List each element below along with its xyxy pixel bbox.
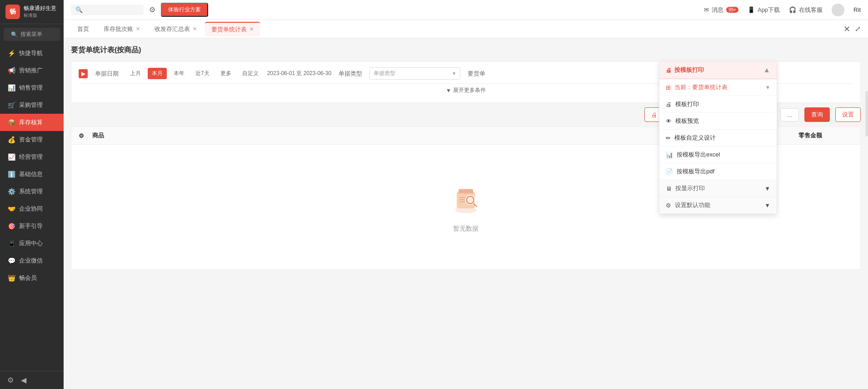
topbar-search-icon: 🔍 — [75, 6, 83, 13]
print-current-caret: ▼ — [765, 85, 770, 90]
app-download-label: App下载 — [758, 6, 780, 14]
sidebar-item-finance[interactable]: 💰 资金管理 — [0, 131, 64, 148]
sidebar-item-label: 快捷导航 — [19, 49, 43, 57]
date-btn-more[interactable]: 更多 — [216, 68, 235, 79]
date-btn-7days[interactable]: 近7天 — [191, 68, 214, 79]
topbar-search-input[interactable] — [83, 7, 137, 13]
notification-group[interactable]: ✉ 消息 99+ — [704, 6, 738, 14]
print-current-icon: ⊞ — [666, 84, 671, 91]
content-area: 要货单统计表(按商品) ▶ 单据日期 上月 本月 本年 近7天 更多 自定义 2… — [64, 38, 868, 389]
filter-toggle[interactable]: ▶ — [79, 69, 88, 78]
notification-icon: ✉ — [704, 6, 709, 13]
tab-batch[interactable]: 库存批次账 ✕ — [97, 22, 146, 36]
template-design-label: 模板自定义设计 — [674, 134, 716, 142]
settings-footer-icon[interactable]: ⚙ — [7, 376, 14, 384]
date-btn-custom[interactable]: 自定义 — [238, 68, 263, 79]
order-type-select[interactable]: 单据类型 ▼ — [369, 67, 460, 80]
topbar-search-box[interactable]: 🔍 — [71, 5, 144, 15]
app-download-group[interactable]: 📱 App下载 — [748, 6, 780, 14]
inventory-icon: 📦 — [7, 118, 15, 126]
print-dropdown-header: 🖨 按模板打印 ▲ — [659, 61, 777, 79]
sidebar-item-apps[interactable]: 📱 应用中心 — [0, 235, 64, 252]
date-options: 上月 本月 本年 近7天 更多 自定义 2023-06-01 至 2023-06… — [126, 68, 331, 79]
tabbar: 首页 库存批次账 ✕ 收发存汇总表 ✕ 要货单统计表 ✕ ✕ ⤢ — [64, 20, 868, 38]
print-menu-display-print[interactable]: 🖥 按显示打印 ▼ — [659, 180, 777, 197]
tab-home[interactable]: 首页 — [71, 22, 95, 36]
online-service-group[interactable]: 🎧 在线客服 — [789, 6, 823, 14]
expand-more-label: 展开更多条件 — [453, 86, 486, 94]
sidebar-search[interactable]: 🔍 搜索菜单 — [4, 28, 60, 41]
trial-button[interactable]: 体验行业方案 — [161, 3, 208, 17]
avatar[interactable] — [832, 4, 844, 16]
tab-receipts[interactable]: 收发存汇总表 ✕ — [148, 22, 203, 36]
logo-icon: 畅 — [5, 5, 20, 19]
more-btn-label: ... — [787, 111, 792, 118]
tab-receipts-close[interactable]: ✕ — [193, 26, 197, 32]
date-btn-this-month[interactable]: 本月 — [148, 68, 167, 79]
sidebar-item-quick-nav[interactable]: ⚡ 快捷导航 — [0, 45, 64, 62]
sidebar-nav: ⚡ 快捷导航 📢 营销推广 📊 销售管理 🛒 采购管理 📦 库存核算 💰 资金管… — [0, 45, 64, 371]
sidebar-item-label: 营销推广 — [19, 66, 43, 75]
export-excel-label: 按模板导出excel — [677, 151, 720, 159]
sidebar-item-inventory[interactable]: 📦 库存核算 — [0, 114, 64, 131]
svg-rect-8 — [459, 202, 465, 202]
export-excel-icon: 📊 — [666, 152, 673, 158]
sidebar-item-basics[interactable]: ℹ️ 基础信息 — [0, 166, 64, 183]
template-print-icon: 🖨 — [666, 101, 672, 108]
date-btn-last-month[interactable]: 上月 — [126, 68, 145, 79]
date-filter-label: 单据日期 — [95, 70, 119, 78]
sidebar-item-wechat[interactable]: 💬 企业微信 — [0, 252, 64, 269]
sales-icon: 📊 — [7, 84, 15, 92]
apps-icon: 📱 — [7, 239, 15, 248]
notification-badge: 99+ — [726, 7, 738, 13]
marketing-icon: 📢 — [7, 66, 15, 75]
tab-order-stats[interactable]: 要货单统计表 ✕ — [205, 22, 260, 36]
sidebar-item-purchase[interactable]: 🛒 采购管理 — [0, 96, 64, 114]
sidebar-item-marketing[interactable]: 📢 营销推广 — [0, 62, 64, 79]
sidebar-item-label: 新手引导 — [19, 222, 43, 230]
sidebar-item-sales[interactable]: 📊 销售管理 — [0, 79, 64, 96]
more-button[interactable]: ... — [780, 108, 799, 121]
print-dropdown-title: 按模板打印 — [674, 66, 704, 74]
query-button[interactable]: 查询 — [804, 107, 830, 122]
print-menu-set-default[interactable]: ⚙ 设置默认功能 ▼ — [659, 197, 777, 214]
settings-button[interactable]: 设置 — [835, 107, 861, 122]
sidebar-item-label: 应用中心 — [19, 239, 43, 248]
print-menu-template-design[interactable]: ✏ 模板自定义设计 — [659, 130, 777, 147]
print-menu-export-pdf[interactable]: 📄 按模板导出pdf — [659, 163, 777, 180]
online-service-label: 在线客服 — [799, 6, 823, 14]
basics-icon: ℹ️ — [7, 170, 15, 178]
th-gear[interactable]: ⚙ — [79, 132, 92, 139]
print-menu-export-excel[interactable]: 📊 按模板导出excel — [659, 147, 777, 163]
tabbar-expand[interactable]: ⤢ — [855, 25, 861, 33]
tab-batch-close[interactable]: ✕ — [136, 26, 140, 32]
chevron-down-icon: ▼ — [452, 71, 456, 76]
set-default-icon: ⚙ — [666, 202, 671, 209]
print-menu-template-preview[interactable]: 👁 模板预览 — [659, 113, 777, 130]
display-print-label: 按显示打印 — [675, 184, 705, 192]
sidebar-item-operations[interactable]: 📈 经营管理 — [0, 148, 64, 166]
tabbar-actions: ✕ ⤢ — [843, 25, 861, 33]
topbar-gear-icon[interactable]: ⚙ — [149, 5, 155, 14]
set-default-caret: ▼ — [764, 202, 770, 209]
date-btn-this-year[interactable]: 本年 — [170, 68, 189, 79]
sidebar-item-system[interactable]: ⚙️ 系统管理 — [0, 183, 64, 200]
sidebar-item-label: 销售管理 — [19, 84, 43, 92]
sidebar-item-label: 企业协同 — [19, 205, 43, 213]
sidebar-item-label: 畅会员 — [19, 274, 37, 282]
print-dropdown-collapse-icon[interactable]: ▲ — [763, 66, 770, 74]
collapse-icon[interactable]: ◀ — [21, 376, 26, 384]
tab-order-stats-close[interactable]: ✕ — [249, 26, 254, 32]
print-menu-current[interactable]: ⊞ 当前：要货单统计表 ▼ — [659, 79, 777, 96]
sidebar-item-enterprise[interactable]: 🤝 企业协同 — [0, 200, 64, 217]
svg-rect-7 — [459, 199, 464, 200]
print-menu-template-print[interactable]: 🖨 模板打印 — [659, 96, 777, 113]
sidebar-item-newbie[interactable]: 🎯 新手引导 — [0, 217, 64, 235]
right-scrollbar[interactable] — [865, 91, 868, 136]
chevron-down-icon: ▼ — [446, 87, 451, 94]
tab-home-label: 首页 — [77, 25, 89, 33]
sidebar-item-member[interactable]: 👑 畅会员 — [0, 269, 64, 287]
sidebar-item-label: 资金管理 — [19, 136, 43, 144]
app-name: 畅康通好生意 — [24, 5, 56, 12]
tabbar-close-all[interactable]: ✕ — [843, 25, 850, 33]
